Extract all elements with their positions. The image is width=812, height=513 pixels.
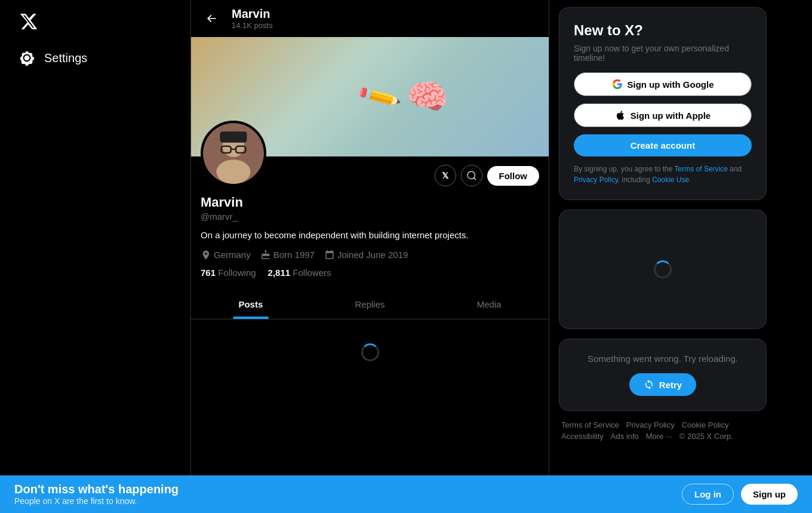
tab-posts[interactable]: Posts (191, 290, 310, 319)
signup-box: New to X? Sign up now to get your own pe… (559, 7, 767, 200)
apple-icon (615, 110, 626, 121)
profile-location: Germany (201, 250, 251, 260)
bottom-signup-button[interactable]: Sign up (741, 484, 798, 505)
profile-header-posts: 14.1K posts (232, 21, 273, 30)
create-account-button[interactable]: Create account (574, 134, 752, 156)
bottom-bar: Don't miss what's happening People on X … (0, 475, 812, 513)
footer-more[interactable]: More ··· (646, 432, 672, 441)
footer-privacy[interactable]: Privacy Policy (626, 420, 675, 429)
search-button[interactable] (461, 165, 482, 186)
create-btn-label: Create account (630, 140, 695, 150)
right-sidebar-loading (559, 210, 767, 329)
bottom-bar-subtitle: People on X are the first to know. (14, 496, 179, 506)
profile-bio: On a journey to become independent with … (201, 229, 539, 242)
tab-replies[interactable]: Replies (310, 290, 430, 319)
cookie-link[interactable]: Cookie Use (652, 176, 689, 184)
profile-meta: Germany Born 1997 Joined June 2019 (201, 250, 539, 260)
posts-loading (191, 320, 549, 385)
x-logo-icon (19, 12, 38, 31)
signup-title: New to X? (574, 22, 752, 39)
follow-button[interactable]: Follow (487, 166, 540, 186)
born-text: Born 1997 (273, 250, 315, 260)
right-spinner (654, 260, 672, 278)
sidebar-item-label: Settings (44, 51, 87, 65)
sidebar-logo[interactable] (12, 7, 179, 38)
signup-legal: By signing up, you agree to the Terms of… (574, 164, 752, 185)
right-sidebar: New to X? Sign up now to get your own pe… (549, 0, 776, 513)
retry-icon (644, 379, 654, 390)
footer-links: Terms of Service Privacy Policy Cookie P… (559, 420, 767, 441)
svg-point-2 (216, 159, 250, 184)
bottom-login-button[interactable]: Log in (682, 484, 734, 505)
footer-terms[interactable]: Terms of Service (561, 420, 619, 429)
footer-ads[interactable]: Ads info (611, 432, 639, 441)
bottom-bar-actions: Log in Sign up (682, 484, 798, 505)
profile-born: Born 1997 (260, 250, 315, 260)
avatar (201, 121, 266, 186)
sidebar: Settings (0, 0, 191, 513)
signup-google-button[interactable]: Sign up with Google (574, 72, 752, 96)
profile-joined: Joined June 2019 (324, 250, 408, 260)
profile-tabs: Posts Replies Media (191, 290, 549, 320)
location-text: Germany (214, 250, 251, 260)
profile-display-name: Marvin (201, 195, 539, 210)
terms-link[interactable]: Terms of Service (675, 165, 728, 173)
avatar-wrap (201, 121, 266, 186)
gear-icon (19, 50, 35, 66)
google-icon (612, 79, 623, 90)
retry-button[interactable]: Retry (629, 373, 696, 396)
retry-label: Retry (659, 380, 682, 390)
back-button[interactable] (201, 8, 222, 29)
main-layout: Settings Marvin 14.1K posts ✏️ 🧠 (0, 0, 812, 513)
google-btn-label: Sign up with Google (628, 79, 714, 90)
tab-media[interactable]: Media (429, 290, 549, 319)
profile-header-name: Marvin (232, 7, 273, 21)
error-box: Something went wrong. Try reloading. Ret… (559, 339, 767, 411)
bottom-bar-title: Don't miss what's happening (14, 483, 179, 496)
profile-handle: @marvr_ (201, 211, 539, 222)
apple-btn-label: Sign up with Apple (630, 110, 710, 121)
bottom-bar-text: Don't miss what's happening People on X … (14, 483, 179, 506)
avatar-image (203, 123, 264, 184)
avatar-inner (203, 123, 264, 184)
followers-label: Followers (293, 268, 331, 278)
privacy-link[interactable]: Privacy Policy (574, 176, 618, 184)
xpro-button[interactable]: 𝕏 (435, 165, 456, 186)
profile-header-text: Marvin 14.1K posts (232, 7, 273, 30)
profile-stats: 761 Following 2,811 Followers (201, 268, 539, 278)
calendar-icon (324, 250, 335, 260)
cake-icon (260, 250, 271, 260)
following-label: Following (218, 268, 256, 278)
footer-accessibility[interactable]: Accessibility (561, 432, 604, 441)
followers-count: 2,811 (268, 268, 291, 278)
joined-text: Joined June 2019 (337, 250, 408, 260)
signup-subtitle: Sign up now to get your own personalized… (574, 44, 752, 63)
profile-info-section: 𝕏 Follow Marvin @marvr_ On a journey to … (191, 156, 549, 290)
loading-spinner (361, 343, 379, 361)
footer-copyright: © 2025 X Corp. (679, 432, 733, 441)
footer-cookie[interactable]: Cookie Policy (682, 420, 729, 429)
error-message: Something went wrong. Try reloading. (588, 354, 738, 364)
sidebar-item-settings[interactable]: Settings (12, 43, 179, 73)
following-stat[interactable]: 761 Following (201, 268, 256, 278)
signup-apple-button[interactable]: Sign up with Apple (574, 103, 752, 127)
location-icon (201, 250, 211, 260)
svg-rect-4 (220, 131, 247, 142)
followers-stat[interactable]: 2,811 Followers (268, 268, 331, 278)
middle-column: Marvin 14.1K posts ✏️ 🧠 (191, 0, 549, 513)
banner-decoration: ✏️ 🧠 (361, 77, 448, 116)
profile-header: Marvin 14.1K posts (191, 0, 549, 37)
following-count: 761 (201, 268, 216, 278)
